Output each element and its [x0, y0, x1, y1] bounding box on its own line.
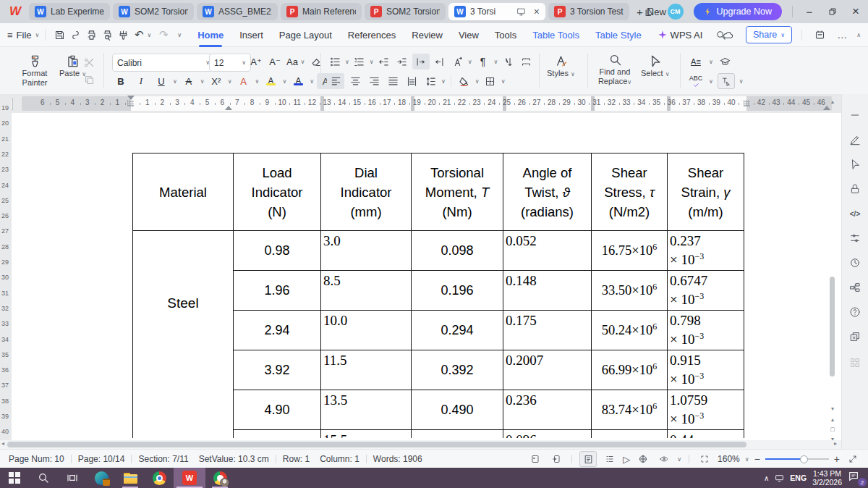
start-button[interactable]	[0, 468, 29, 488]
table-cell[interactable]: 0.44	[668, 430, 744, 439]
chrome-profile-icon[interactable]	[205, 468, 234, 488]
table-cell[interactable]: 0.294	[412, 311, 503, 350]
table-header-cell[interactable]: LoadIndicator(N)	[234, 153, 321, 231]
table-cell[interactable]: 0.98	[234, 231, 321, 271]
zoom-slider-handle[interactable]	[800, 455, 808, 463]
spell-check-button[interactable]: ABC	[687, 73, 705, 89]
scroll-right-arrow[interactable]: ▸	[834, 440, 837, 447]
document-tab[interactable]: WSOM2 Torsion T	[113, 3, 194, 20]
settings-sliders-icon[interactable]	[847, 230, 863, 246]
outline-view-icon[interactable]	[602, 451, 618, 467]
justify-icon[interactable]	[385, 73, 401, 89]
styles-button[interactable]: Styles ∨	[547, 53, 575, 79]
collapse-ribbon-icon[interactable]: ∧	[856, 32, 861, 38]
table-cell[interactable]: 16.75×106	[592, 231, 668, 271]
change-case-button[interactable]: Aa ∨	[285, 54, 306, 70]
menu-review[interactable]: Review	[412, 30, 443, 41]
document-tab[interactable]: P3 Torsion Test L	[548, 3, 629, 20]
lock-icon[interactable]	[847, 181, 863, 197]
undo-chevron-icon[interactable]: ∨	[147, 32, 151, 38]
language-indicator[interactable]: ENG	[790, 474, 807, 482]
history-icon[interactable]	[847, 255, 863, 271]
table-cell[interactable]: 8.5	[321, 271, 412, 311]
font-name-select[interactable]: Calibri∨	[112, 54, 215, 72]
select-button[interactable]: Select ∨	[641, 53, 670, 79]
increase-font-button[interactable]: A⁺	[247, 54, 265, 70]
table-cell[interactable]: 0.490	[412, 390, 503, 430]
numbering-icon[interactable]	[352, 54, 367, 70]
monitor-icon[interactable]	[514, 4, 529, 20]
graduation-cap-icon[interactable]	[718, 54, 733, 70]
restore-button[interactable]	[826, 6, 839, 18]
menu-tools[interactable]: Tools	[495, 30, 516, 41]
wps-office-taskbar-icon[interactable]: W	[174, 468, 205, 488]
align-right-icon[interactable]	[366, 73, 382, 89]
status-page[interactable]: Page: 10/14	[78, 454, 125, 464]
font-size-select[interactable]: 12∨	[209, 54, 251, 72]
undo-icon[interactable]: ↶	[131, 27, 147, 43]
file-explorer-icon[interactable]	[116, 468, 145, 488]
taskbar-search-button[interactable]	[29, 468, 58, 488]
eye-hide-icon[interactable]	[656, 451, 672, 467]
close-window-button[interactable]: ×	[849, 4, 862, 19]
table-cell[interactable]: 1.0759× 10−3	[668, 390, 744, 430]
material-cell[interactable]	[133, 231, 234, 439]
web-view-icon[interactable]	[635, 451, 651, 467]
horizontal-scrollbar[interactable]: ◂ ▸	[0, 440, 841, 449]
table-cell[interactable]: 0.6747× 10−3	[668, 271, 744, 311]
more-icon[interactable]: …	[837, 29, 847, 41]
clock[interactable]: 1:43 PM3/2/2026	[812, 469, 842, 487]
highlight-button[interactable]: A	[262, 73, 279, 89]
menu-view[interactable]: View	[459, 30, 479, 41]
close-all-windows-icon[interactable]	[847, 329, 863, 345]
scroll-left-arrow[interactable]: ◂	[1, 440, 4, 447]
table-cell[interactable]: 0.096	[503, 430, 592, 439]
align-center-icon[interactable]	[347, 73, 363, 89]
page-view-button[interactable]	[579, 451, 597, 467]
annotate-text-button[interactable]: A≡	[687, 54, 705, 70]
task-view-button[interactable]	[58, 468, 87, 488]
fit-page-icon[interactable]	[697, 451, 712, 467]
field-code-icon[interactable]: </>	[847, 206, 863, 222]
notification-center-button[interactable]: 2	[848, 471, 865, 485]
char-border-button[interactable]: A	[235, 73, 252, 89]
font-color-button[interactable]: A	[289, 73, 307, 89]
scroll-up-arrow[interactable]: ▴	[828, 98, 837, 105]
avatar[interactable]: CM	[668, 4, 684, 20]
quickbar-chevron-icon[interactable]: ∨	[177, 32, 182, 38]
table-cell[interactable]	[412, 430, 503, 439]
menu-page-layout[interactable]: Page Layout	[279, 30, 332, 41]
document-tab[interactable]: PSOM2 Torsion	[365, 3, 446, 20]
menu-home[interactable]: Home	[197, 30, 224, 41]
document-tab[interactable]: WLab Experimen	[29, 3, 110, 20]
document-tab[interactable]: W3 Torsi×	[448, 3, 545, 20]
table-cell[interactable]: 0.237× 10−3	[668, 231, 744, 271]
table-cell[interactable]: 33.50×106	[592, 271, 668, 311]
decrease-indent-icon[interactable]	[376, 54, 392, 70]
right-indent-marker[interactable]	[823, 106, 830, 110]
shading-icon[interactable]	[456, 73, 472, 89]
full-screen-icon[interactable]	[845, 451, 861, 467]
table-cell[interactable]: 0.196	[412, 271, 503, 311]
sort-icon[interactable]	[500, 54, 516, 70]
line-spacing-icon[interactable]	[422, 73, 438, 89]
distribute-icon[interactable]	[404, 73, 420, 89]
vertical-scrollbar-thumb[interactable]	[830, 277, 835, 376]
export-pdf-icon[interactable]	[67, 27, 83, 43]
table-cell[interactable]	[234, 430, 321, 439]
table-cell[interactable]: 0.098	[412, 231, 503, 271]
share-button[interactable]: Share ∨	[746, 26, 792, 43]
table-header-cell[interactable]: TorsionalMoment, T(Nm)	[412, 153, 503, 231]
table-cell[interactable]: 3.0	[321, 231, 412, 271]
menu-wps-ai[interactable]: WPS AI	[658, 30, 703, 41]
menu-insert[interactable]: Insert	[239, 30, 263, 41]
table-cell[interactable]: 0.915× 10−3	[668, 350, 744, 390]
decrease-font-button[interactable]: A⁻	[266, 54, 284, 70]
table-cell[interactable]: 15.5	[321, 430, 412, 439]
horizontal-ruler[interactable]: L654321123456789101112131415161718192021…	[0, 94, 868, 113]
zoom-slider[interactable]	[765, 454, 829, 464]
text-direction-icon[interactable]	[450, 54, 466, 70]
table-cell[interactable]: 0.052	[503, 231, 592, 271]
zoom-in-button[interactable]: +	[834, 453, 840, 465]
document-structure-icon[interactable]	[847, 279, 863, 295]
